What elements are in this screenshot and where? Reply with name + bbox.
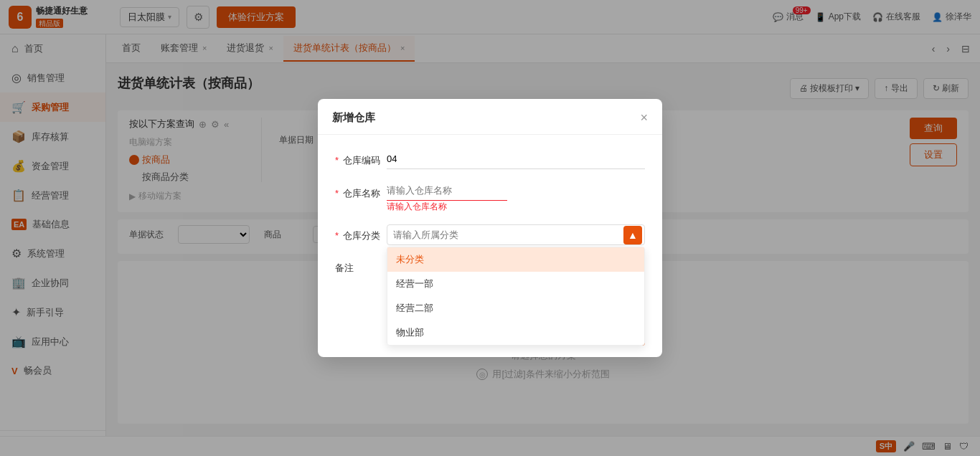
dropdown-item-dept2[interactable]: 经营二部 <box>387 296 644 320</box>
dialog-body: * 仓库编码 * 仓库名称 请输入仓库名称 <box>318 135 662 315</box>
category-toggle-icon[interactable]: ▲ <box>623 226 642 244</box>
category-field-row: * 仓库分类 ▲ 未分类 经营一部 经营二部 物业部 <box>335 224 645 245</box>
name-input[interactable] <box>387 181 507 201</box>
category-input[interactable] <box>387 224 645 245</box>
code-field-row: * 仓库编码 <box>335 149 645 169</box>
dropdown-item-dept1[interactable]: 经营一部 <box>387 272 644 296</box>
code-label: * 仓库编码 <box>335 149 387 167</box>
dialog-header: 新增仓库 × <box>318 99 662 135</box>
dialog-new-warehouse: 新增仓库 × * 仓库编码 * 仓库名称 <box>318 99 662 357</box>
dropdown-item-dept3[interactable]: 物业部 <box>387 320 644 345</box>
dialog-title: 新增仓库 <box>332 111 375 125</box>
modal-overlay[interactable]: 新增仓库 × * 仓库编码 * 仓库名称 <box>0 0 980 456</box>
category-label: * 仓库分类 <box>335 224 387 242</box>
name-field-row: * 仓库名称 请输入仓库名称 <box>335 181 645 213</box>
dialog-close-icon[interactable]: × <box>640 110 648 125</box>
name-label: * 仓库名称 <box>335 182 387 200</box>
category-input-wrap: ▲ 未分类 经营一部 经营二部 物业部 <box>387 224 645 245</box>
name-error-msg: 请输入仓库名称 <box>387 201 447 213</box>
code-input[interactable] <box>387 149 645 169</box>
category-dropdown: 未分类 经营一部 经营二部 物业部 <box>387 247 645 346</box>
name-field-inner: * 仓库名称 <box>335 181 507 201</box>
dropdown-item-none[interactable]: 未分类 <box>387 247 644 272</box>
remark-label: 备注 <box>335 257 387 275</box>
